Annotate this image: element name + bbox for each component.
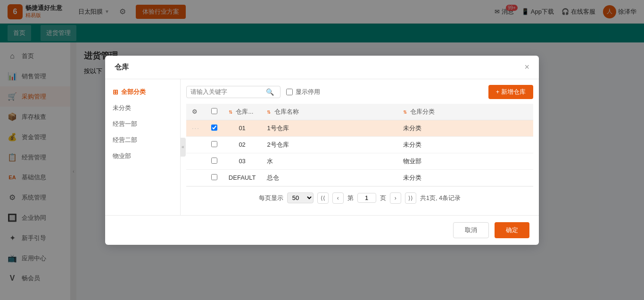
grid-icon: ⊞ — [113, 88, 118, 96]
row-check-2 — [206, 136, 223, 153]
modal-body: « ⊞ 全部分类 未分类 经营一部 经营二部 物业部 🔍 — [105, 79, 539, 215]
category-item-dept2[interactable]: 经营二部 — [105, 132, 180, 148]
row-settings-3 — [186, 153, 206, 169]
row-category-2: 未分类 — [397, 136, 533, 153]
modal-header: 仓库 × — [105, 56, 539, 79]
row-code-4: DEFAULT — [223, 169, 262, 186]
row-name-4: 总仓 — [261, 169, 397, 186]
select-all-checkbox[interactable] — [211, 108, 217, 114]
col-header-settings: ⚙ — [186, 104, 206, 120]
row-name-2: 2号仓库 — [261, 136, 397, 153]
page-total-summary: 共1页, 4条记录 — [420, 194, 461, 202]
cancel-button[interactable]: 取消 — [453, 222, 489, 238]
warehouse-modal: 仓库 × « ⊞ 全部分类 未分类 经营一部 经营二部 物业部 — [105, 56, 539, 245]
col-header-category: ⇅ 仓库分类 — [397, 104, 533, 120]
show-disabled-text: 显示停用 — [296, 88, 320, 96]
table-panel: 🔍 显示停用 + 新增仓库 ⚙ — [181, 79, 539, 215]
search-box: 🔍 — [186, 86, 281, 98]
col-header-name: ⇅ 仓库名称 — [261, 104, 397, 120]
row-settings-4 — [186, 169, 206, 186]
per-page-label: 每页显示 — [259, 194, 283, 202]
category-item-property[interactable]: 物业部 — [105, 148, 180, 164]
row-checkbox-3[interactable] — [211, 158, 217, 164]
category-header[interactable]: ⊞ 全部分类 — [105, 84, 180, 100]
row-name-3: 水 — [261, 153, 397, 169]
search-icon: 🔍 — [266, 88, 274, 96]
per-page-select[interactable]: 50 20 100 — [287, 192, 314, 203]
col-header-check — [206, 104, 223, 120]
toolbar-left: 🔍 显示停用 — [186, 86, 320, 98]
row-settings-2 — [186, 136, 206, 153]
search-input[interactable] — [190, 88, 266, 95]
row-category-4: 未分类 — [397, 169, 533, 186]
modal-title: 仓库 — [115, 63, 129, 72]
first-page-button[interactable]: ⟨⟨ — [317, 192, 329, 204]
col-header-code: ⇅ 仓库... — [223, 104, 262, 120]
page-suffix-label: 页 — [380, 194, 386, 202]
sort-icon-code: ⇅ — [229, 109, 232, 115]
category-panel: « ⊞ 全部分类 未分类 经营一部 经营二部 物业部 — [105, 79, 181, 215]
table-row[interactable]: ··· 01 1号仓库 未分类 — [186, 120, 533, 136]
row-check-3 — [206, 153, 223, 169]
page-text-label: 第 — [347, 194, 354, 202]
row-code-1: 01 — [223, 120, 262, 136]
modal-footer: 取消 确定 — [105, 215, 539, 245]
row-checkbox-2[interactable] — [211, 141, 217, 147]
settings-col-icon: ⚙ — [192, 108, 198, 115]
pagination: 每页显示 50 20 100 ⟨⟨ ‹ 第 页 › ⟩⟩ 共1页, 4条记录 — [186, 186, 533, 209]
table-row[interactable]: DEFAULT 总仓 未分类 — [186, 169, 533, 186]
category-item-unclassified[interactable]: 未分类 — [105, 100, 180, 116]
table-row[interactable]: 02 2号仓库 未分类 — [186, 136, 533, 153]
current-page-input[interactable] — [357, 193, 376, 203]
row-settings-1: ··· — [186, 120, 206, 136]
row-code-2: 02 — [223, 136, 262, 153]
table-toolbar: 🔍 显示停用 + 新增仓库 — [186, 85, 533, 99]
table-body: ··· 01 1号仓库 未分类 02 2号仓库 — [186, 120, 533, 186]
add-warehouse-button[interactable]: + 新增仓库 — [488, 85, 533, 99]
row-category-3: 物业部 — [397, 153, 533, 169]
sort-icon-category: ⇅ — [403, 109, 407, 115]
confirm-button[interactable]: 确定 — [495, 222, 529, 238]
row-check-1 — [206, 120, 223, 136]
show-disabled-label: 显示停用 — [286, 88, 320, 96]
modal-overlay: 仓库 × « ⊞ 全部分类 未分类 经营一部 经营二部 物业部 — [0, 0, 644, 300]
row-checkbox-1[interactable] — [211, 125, 217, 131]
table-header: ⚙ ⇅ 仓库... ⇅ 仓库名称 — [186, 104, 533, 120]
table-row[interactable]: 03 水 物业部 — [186, 153, 533, 169]
next-page-button[interactable]: › — [390, 192, 401, 204]
row-category-1: 未分类 — [397, 120, 533, 136]
category-collapse-button[interactable]: « — [180, 138, 186, 157]
row-name-1: 1号仓库 — [261, 120, 397, 136]
category-all-label: 全部分类 — [121, 88, 146, 96]
last-page-button[interactable]: ⟩⟩ — [405, 192, 416, 204]
row-code-3: 03 — [223, 153, 262, 169]
sort-icon-name: ⇅ — [267, 109, 271, 115]
modal-close-button[interactable]: × — [524, 62, 529, 72]
prev-page-button[interactable]: ‹ — [332, 192, 344, 204]
category-item-dept1[interactable]: 经营一部 — [105, 116, 180, 132]
warehouse-table: ⚙ ⇅ 仓库... ⇅ 仓库名称 — [186, 104, 533, 186]
show-disabled-checkbox[interactable] — [286, 89, 293, 95]
table-container: ⚙ ⇅ 仓库... ⇅ 仓库名称 — [186, 104, 533, 186]
row-check-4 — [206, 169, 223, 186]
row-checkbox-4[interactable] — [211, 174, 217, 180]
